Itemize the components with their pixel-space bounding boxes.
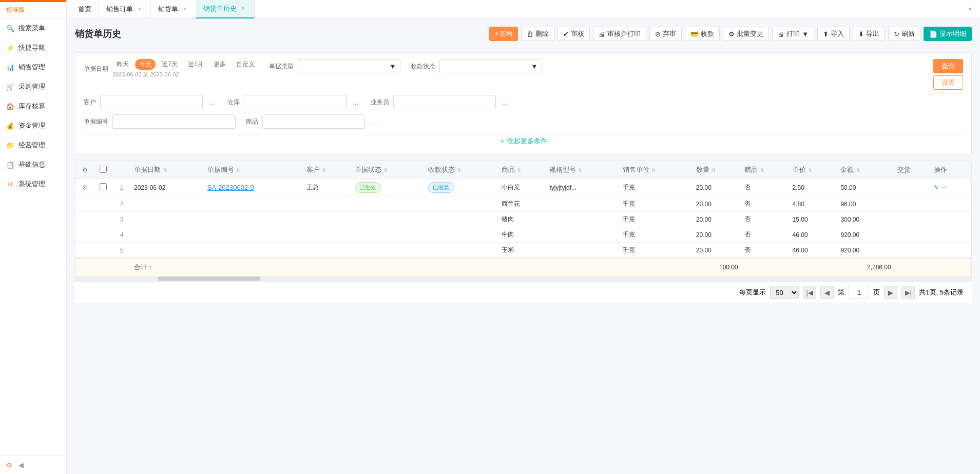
tab-home[interactable]: 首页 (71, 0, 99, 18)
customer-input[interactable] (100, 95, 203, 109)
customer-more-btn[interactable]: ... (207, 98, 217, 106)
prev-page-button[interactable]: ◀ (820, 286, 834, 299)
last-page-button[interactable]: ▶| (901, 286, 915, 299)
sort-icon: ⇅ (712, 167, 716, 173)
audit-print-button[interactable]: 🖨 审核并打印 (593, 27, 646, 41)
collect-status-select[interactable]: ▼ (439, 59, 542, 73)
warehouse-more-btn[interactable]: ... (351, 98, 361, 106)
tab-sales-history-close[interactable]: × (240, 5, 247, 12)
date-filter-label: 单据日期 (84, 65, 108, 73)
date-tab-custom[interactable]: 自定义 (232, 59, 259, 70)
th-checkbox (94, 161, 112, 179)
sidebar-item-sales-mgmt[interactable]: 📊 销售管理 (0, 57, 66, 77)
sidebar-item-sys-mgmt[interactable]: ⚙ 系统管理 (0, 174, 66, 194)
th-unit-price[interactable]: 单价 ⇅ (790, 161, 838, 179)
sidebar-collapse-icon[interactable]: ◀ (18, 461, 24, 469)
delete-button[interactable]: 🗑 删除 (521, 27, 554, 41)
th-doc-date[interactable]: 单据日期 ⇅ (131, 161, 204, 179)
sidebar-item-label: 销售管理 (18, 63, 45, 72)
export-button[interactable]: ⬇ 导出 (853, 27, 885, 41)
tab-sales-goods[interactable]: 销货单 × (151, 0, 196, 18)
date-filter: 单据日期 昨天 今天 近7天 近1月 更多 自定义 2023-06-02 至 2… (84, 59, 259, 78)
page-size-label: 每页显示 (739, 288, 766, 297)
show-detail-button[interactable]: 📄 显示明细 (924, 27, 972, 41)
sidebar-item-finance-mgmt[interactable]: 💰 资金管理 (0, 116, 66, 135)
date-tab-yesterday[interactable]: 昨天 (112, 59, 133, 70)
date-tab-today[interactable]: 今天 (135, 59, 156, 70)
date-tab-1month[interactable]: 近1月 (184, 59, 208, 70)
row-gear-icon[interactable]: ⚙ (82, 184, 88, 191)
window-close-button[interactable]: × (964, 5, 976, 13)
collect-status-filter: 收款状态 ▼ (411, 59, 542, 73)
customer-label: 客户 (84, 98, 96, 107)
doc-no-link[interactable]: SA-20230602-0 (207, 184, 254, 191)
more-action[interactable]: ⋯ (941, 184, 947, 191)
th-gift[interactable]: 赠品 ⇅ (741, 161, 790, 179)
sidebar-item-quick-nav[interactable]: ⚡ 快捷导航 (0, 38, 66, 57)
th-gear[interactable]: ⚙ (75, 161, 94, 179)
new-button[interactable]: + 新增 (489, 27, 518, 41)
th-collect-status[interactable]: 收款状态 ⇅ (425, 161, 498, 179)
collect-button[interactable]: 💳 收款 (685, 27, 720, 41)
salesperson-input[interactable] (393, 95, 496, 109)
th-qty[interactable]: 数量 ⇅ (693, 161, 741, 179)
scrollbar-thumb[interactable] (158, 276, 260, 281)
th-action: 操作 (931, 161, 971, 179)
tab-sales-goods-close[interactable]: × (181, 6, 188, 13)
tab-sales-order[interactable]: 销售订单 × (99, 0, 151, 18)
collapse-filter-button[interactable]: ∧ 收起更多条件 (84, 134, 963, 148)
batch-change-button[interactable]: ⚙ 批量变更 (723, 27, 769, 41)
sidebar-item-inventory-calc[interactable]: 🏠 库存核算 (0, 96, 66, 116)
th-spec[interactable]: 规格型号 ⇅ (546, 161, 620, 179)
doc-type-select[interactable]: ▼ (298, 59, 400, 73)
tab-bar: 首页 销售订单 × 销货单 × 销货单历史 × × (67, 0, 980, 18)
horizontal-scrollbar[interactable] (75, 276, 971, 281)
tab-sales-history[interactable]: 销货单历史 × (196, 0, 255, 18)
th-sales-unit[interactable]: 销售单位 ⇅ (620, 161, 693, 179)
data-table: ⚙ 单据日期 ⇅ 单据编号 (75, 161, 971, 276)
goods-input[interactable] (262, 114, 365, 129)
sidebar-item-label: 搜索菜单 (18, 24, 45, 33)
sidebar-item-search-menu[interactable]: 🔍 搜索菜单 (0, 18, 66, 38)
first-page-button[interactable]: |◀ (803, 286, 816, 299)
next-page-button[interactable]: ▶ (884, 286, 897, 299)
set-button[interactable]: 设置 (933, 75, 963, 90)
table-body: ⚙12023-06-02SA-20230602-0王总已生效已收款小白菜tyjy… (75, 179, 971, 259)
docno-input[interactable] (112, 114, 236, 129)
th-goods[interactable]: 商品 ⇅ (498, 161, 547, 179)
sidebar-item-purchase-mgmt[interactable]: 🛒 采购管理 (0, 77, 66, 96)
refresh-button[interactable]: ↻ 刷新 (888, 27, 920, 41)
sidebar-item-ops-mgmt[interactable]: 📁 经营管理 (0, 135, 66, 155)
sort-icon: ⇅ (808, 167, 812, 173)
edit-action[interactable]: ✎ (934, 184, 939, 191)
page-number-input[interactable] (849, 286, 869, 299)
collect-status-label: 收款状态 (411, 62, 435, 71)
print-button[interactable]: 🖨 打印 ▼ (772, 27, 814, 41)
collect-status-arrow-icon: ▼ (531, 63, 538, 70)
sidebar-settings-icon[interactable]: ⚙ (6, 461, 12, 469)
page-size-select[interactable]: 50 100 200 (770, 286, 799, 299)
date-tab-7days[interactable]: 近7天 (158, 59, 182, 70)
main-area: 首页 销售订单 × 销货单 × 销货单历史 × × 销货单历史 + 新增 🗑 删… (67, 0, 980, 474)
th-doc-no[interactable]: 单据编号 ⇅ (204, 161, 304, 179)
tab-sales-order-close[interactable]: × (136, 6, 143, 13)
import-button[interactable]: ⬆ 导入 (817, 27, 850, 41)
sidebar-item-basic-info[interactable]: 📋 基础信息 (0, 155, 66, 174)
sidebar-item-label: 系统管理 (18, 180, 45, 189)
audit-button[interactable]: ✔ 审核 (558, 27, 590, 41)
query-button[interactable]: 查询 (933, 59, 963, 73)
abandon-button[interactable]: ⊘ 弃审 (649, 27, 682, 41)
sidebar-item-label: 经营管理 (18, 141, 45, 150)
row-checkbox[interactable] (100, 183, 107, 190)
th-customer[interactable]: 客户 ⇅ (303, 161, 352, 179)
warehouse-input[interactable] (244, 95, 347, 109)
select-all-checkbox[interactable] (100, 166, 107, 173)
date-tab-more[interactable]: 更多 (209, 59, 230, 70)
goods-more-btn[interactable]: ... (369, 117, 379, 126)
th-doc-status[interactable]: 单据状态 ⇅ (352, 161, 425, 179)
page-content: 销货单历史 + 新增 🗑 删除 ✔ 审核 🖨 审核并打印 ⊘ 弃审 (67, 18, 980, 474)
table-row: 2西兰花千克20.00否4.8096.00 (75, 196, 971, 212)
th-amount[interactable]: 金额 ⇅ (837, 161, 894, 179)
pagination-bar: 每页显示 50 100 200 |◀ ◀ 第 页 ▶ ▶| 共1页, 5条记录 (75, 281, 972, 303)
salesperson-more-btn[interactable]: ... (500, 98, 510, 106)
